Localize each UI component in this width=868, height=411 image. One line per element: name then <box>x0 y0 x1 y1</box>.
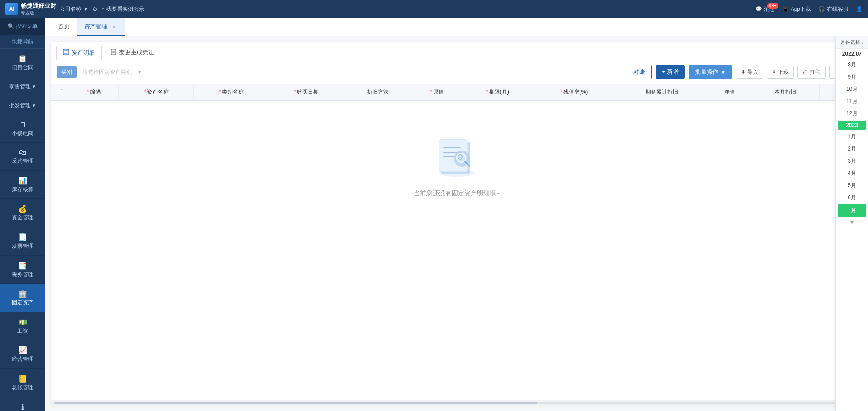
download-icon: ⬇ <box>772 69 776 75</box>
month-panel-scroll-down[interactable]: ▼ <box>836 217 868 227</box>
sidebar-label: 批发管理 <box>9 102 31 109</box>
month-item-2023-5月[interactable]: 5月 <box>836 180 868 192</box>
th-netvalue: 净值 <box>708 84 751 101</box>
sidebar-icon: 📑 <box>18 261 27 270</box>
month-item-2022-10月[interactable]: 10月 <box>836 83 868 95</box>
message-icon: 💬 <box>755 6 762 12</box>
top-bar-right: 💬 消息 99+ 📱 App下载 🎧 在线客服 👤 <box>755 5 863 13</box>
toolbar-left: 类别 请选择固定资产类别 ▼ <box>57 66 146 78</box>
sidebar-icon: 🧾 <box>18 233 27 241</box>
sidebar-item-basicinfo[interactable]: ℹ基础信息 <box>0 397 45 411</box>
search-icon: 🔍 <box>8 23 14 29</box>
list-icon <box>63 49 69 57</box>
toolbar-right: 对账 + 新增 批量操作 ▼ ⬇ 导入 ⬇ 下载 <box>627 65 856 79</box>
select-all-checkbox[interactable] <box>57 89 62 94</box>
print-button[interactable]: 🖨 打印 <box>797 66 826 79</box>
asset-table: *编码 *资产名称 *类别名称 *购买日期 折旧方法 *原值 *期限(月) *残… <box>51 84 863 101</box>
month-item-2023-1月[interactable]: 1月 <box>836 131 868 143</box>
tab-home[interactable]: 首页 <box>51 18 77 36</box>
settings-icon[interactable]: ⚙ <box>92 6 98 13</box>
company-selector[interactable]: 公司名称 ▼ <box>60 5 89 13</box>
horizontal-scrollbar[interactable] <box>51 400 863 406</box>
th-categoryname: *类别名称 <box>194 84 269 101</box>
sidebar-label: 小畅电商 <box>12 130 33 137</box>
tab-bar: 首页资产管理× <box>45 18 868 36</box>
sidebar-icon: 🛍 <box>19 148 26 156</box>
tab-assetmgmt[interactable]: 资产管理× <box>77 18 125 36</box>
sidebar-item-retail[interactable]: 零售管理▼ <box>0 77 45 96</box>
month-item-2023-2月[interactable]: 2月 <box>836 143 868 155</box>
reconcile-button[interactable]: 对账 <box>627 65 652 79</box>
th-monthdep: 本月折旧 <box>751 84 820 101</box>
month-item-2023-7月[interactable]: 7月 <box>838 204 866 217</box>
month-item-2023-6月[interactable]: 6月 <box>836 192 868 204</box>
sidebar-item-accounting[interactable]: 📒总账管理 <box>0 369 45 397</box>
sidebar-item-salary[interactable]: 💵工资 <box>0 312 45 341</box>
brand-logo: Ai <box>5 3 18 15</box>
sidebar-item-inventory[interactable]: 📊库存核算 <box>0 171 45 199</box>
batch-arrow-icon: ▼ <box>720 69 726 76</box>
th-accumulateddep: 期初累计折旧 <box>615 84 708 101</box>
sub-tab-change-voucher[interactable]: 变更生成凭证 <box>104 45 161 60</box>
content-area: 首页资产管理× <box>45 18 868 411</box>
brand-name: 畅捷通好业财 <box>21 2 56 10</box>
sidebar-label: 经营管理 <box>12 356 33 363</box>
sidebar-icon: 📈 <box>18 346 27 354</box>
sidebar-icon: 💵 <box>18 318 27 326</box>
download-button[interactable]: ⬇ 下载 <box>767 66 794 79</box>
svg-rect-4 <box>111 49 116 55</box>
filter-label: 类别 <box>57 66 77 78</box>
empty-icon <box>429 128 484 182</box>
scrollbar-thumb <box>54 402 537 404</box>
month-panel-header[interactable]: 月份选择 › <box>836 36 868 49</box>
sidebar-label: 发票管理 <box>12 243 33 250</box>
month-item-2023-4月[interactable]: 4月 <box>836 167 868 180</box>
sidebar-item-tax[interactable]: 📑税务管理 <box>0 256 45 284</box>
sidebar-item-fixedassets[interactable]: 🏢固定资产 <box>0 284 45 312</box>
sidebar-item-ecommerce[interactable]: 🖥小畅电商 <box>0 115 45 143</box>
batch-button[interactable]: 批量操作 ▼ <box>689 65 732 79</box>
sidebar-item-invoice[interactable]: 🧾发票管理 <box>0 227 45 256</box>
month-item-2023-3月[interactable]: 3月 <box>836 155 868 167</box>
user-avatar[interactable]: 👤 <box>856 6 863 12</box>
sidebar-quick-nav[interactable]: 快捷导航 <box>0 35 45 49</box>
tab-label: 资产管理 <box>84 23 108 31</box>
th-originalvalue: *原值 <box>412 84 462 101</box>
year-2023-item[interactable]: 2023 <box>838 121 866 130</box>
sidebar-item-purchase[interactable]: 🛍采购管理 <box>0 143 45 171</box>
sidebar-item-wholesale[interactable]: 批发管理▼ <box>0 96 45 115</box>
online-service-button[interactable]: 🎧 在线客服 <box>818 5 849 13</box>
year-2022-item[interactable]: 2022.07 <box>836 49 868 59</box>
sidebar-item-operations[interactable]: 📈经营管理 <box>0 340 45 369</box>
import-icon: ⬇ <box>741 69 745 75</box>
demo-link[interactable]: ○ 我要看实例演示 <box>101 5 144 13</box>
top-bar-left: Ai 畅捷通好业财 专业版 公司名称 ▼ ⚙ ○ 我要看实例演示 <box>5 2 144 16</box>
month-item-2022-12月[interactable]: 12月 <box>836 108 868 120</box>
tab-close-icon[interactable]: × <box>110 23 118 30</box>
sub-tabs: 资产明细 变更生成凭证 <box>51 42 863 60</box>
top-bar: Ai 畅捷通好业财 专业版 公司名称 ▼ ⚙ ○ 我要看实例演示 💬 消息 99… <box>0 0 868 18</box>
sidebar-icon: 📒 <box>18 374 27 383</box>
import-button[interactable]: ⬇ 导入 <box>736 66 763 79</box>
filter-input[interactable]: 请选择固定资产类别 ▼ <box>79 66 146 78</box>
app-download-button[interactable]: 📱 App下载 <box>782 5 811 13</box>
month-item-2022-8月[interactable]: 8月 <box>836 59 868 71</box>
app-icon: 📱 <box>782 6 789 12</box>
sidebar-icon: ℹ <box>21 403 24 411</box>
sub-tab-asset-detail[interactable]: 资产明细 <box>56 46 102 60</box>
month-panel: 月份选择 › 2022.07 8月9月10月11月12月 2023 1月2月3月… <box>835 36 868 411</box>
month-item-2022-9月[interactable]: 9月 <box>836 71 868 83</box>
tab-label: 首页 <box>58 23 70 31</box>
messages-button[interactable]: 💬 消息 99+ <box>755 5 775 13</box>
empty-text: 当前您还没有固定资产明细哦~ <box>414 189 500 198</box>
th-purchasedate: *购买日期 <box>269 84 344 101</box>
sidebar-label: 采购管理 <box>12 158 33 165</box>
add-button[interactable]: + 新增 <box>656 65 685 79</box>
sidebar: 🔍 搜索菜单 快捷导航 📋项目合同零售管理▼批发管理▼🖥小畅电商🛍采购管理📊库存… <box>0 18 45 411</box>
sidebar-item-project[interactable]: 📋项目合同 <box>0 49 45 77</box>
service-icon: 🎧 <box>818 6 825 12</box>
month-item-2022-11月[interactable]: 11月 <box>836 95 868 108</box>
sidebar-item-finance[interactable]: 💰资金管理 <box>0 199 45 227</box>
sidebar-search[interactable]: 🔍 搜索菜单 <box>0 18 45 35</box>
message-badge: 99+ <box>767 3 778 9</box>
